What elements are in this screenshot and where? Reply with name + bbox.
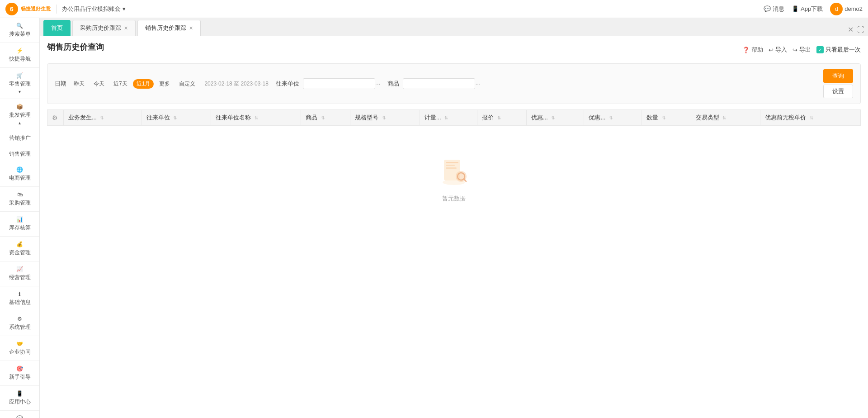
import-button[interactable]: ↩ 导入 — [769, 46, 787, 54]
only-last-checkbox-group[interactable]: ✓ 只看最后一次 — [816, 46, 861, 54]
date-chip-last1m[interactable]: 近1月 — [133, 79, 154, 89]
settings-gear-icon[interactable]: ⚙ — [52, 114, 58, 121]
tab-maximize-button[interactable]: ⛶ — [857, 26, 864, 34]
col-qty[interactable]: 数量 ⇅ — [642, 110, 691, 126]
search-menu-icon: 🔍 — [16, 23, 23, 29]
goods-input[interactable] — [403, 78, 475, 89]
col-spec-sort: ⇅ — [382, 115, 386, 120]
tab-sales-close[interactable]: ✕ — [189, 25, 193, 31]
sidebar-item-wechat[interactable]: 💬 企业微信 — [0, 411, 39, 418]
sidebar-item-purchase[interactable]: 🛍 采购管理 — [0, 187, 39, 212]
sidebar-item-inventory[interactable]: 📊 库存核算 — [0, 212, 39, 237]
sidebar-label-operations: 经营管理 — [9, 274, 31, 281]
app-selector[interactable]: 办公用品行业模拟账套 ▾ — [62, 5, 126, 13]
col-pre-tax-label: 优惠前无税单价 — [765, 114, 806, 121]
date-chip-custom[interactable]: 自定义 — [175, 79, 199, 89]
settings-button[interactable]: 设置 — [823, 85, 853, 98]
col-discount1-sort: ⇅ — [551, 115, 555, 120]
col-discount2[interactable]: 优惠... ⇅ — [584, 110, 642, 126]
goods-input-group: ··· — [403, 78, 481, 89]
col-pre-tax-sort: ⇅ — [810, 115, 813, 120]
col-quote[interactable]: 报价 ⇅ — [477, 110, 527, 126]
sidebar-item-sales-mgmt[interactable]: 销售管理 — [0, 146, 39, 162]
tab-sales-history[interactable]: 销售历史价跟踪 ✕ — [137, 20, 201, 36]
message-label: 消息 — [773, 5, 784, 13]
col-trade-type[interactable]: 交易类型 ⇅ — [691, 110, 760, 126]
app-download-button[interactable]: 📱 App下载 — [792, 5, 823, 13]
tab-purchase-close[interactable]: ✕ — [124, 25, 128, 31]
partner-input-group: ··· — [303, 78, 381, 89]
filter-actions: 查询 设置 — [823, 69, 853, 98]
date-range-display: 2023-02-18 至 2023-03-18 — [204, 80, 268, 88]
message-button[interactable]: 💬 消息 — [764, 5, 784, 13]
sidebar-item-search-menu[interactable]: 🔍 搜索菜单 — [0, 18, 39, 43]
query-button[interactable]: 查询 — [823, 69, 853, 83]
col-partner-code-sort: ⇅ — [173, 115, 177, 120]
col-discount1[interactable]: 优惠... ⇅ — [526, 110, 584, 126]
data-table: ⚙ 业务发生... ⇅ 往来单位 ⇅ 往来单位名称 — [47, 109, 861, 126]
tab-close-all-button[interactable]: ✕ — [848, 25, 854, 34]
col-biz-date[interactable]: 业务发生... ⇅ — [64, 110, 142, 126]
col-unit[interactable]: 计量... ⇅ — [420, 110, 477, 126]
col-partner-name-sort: ⇅ — [255, 115, 258, 120]
sidebar-item-system[interactable]: ⚙ 系统管理 — [0, 311, 39, 336]
sidebar-item-quick-nav[interactable]: ⚡ 快捷导航 — [0, 43, 39, 68]
sidebar-label-purchase: 采购管理 — [9, 199, 31, 207]
sidebar-item-marketing[interactable]: 营销推广 — [0, 130, 39, 146]
sidebar-item-basic-info[interactable]: ℹ 基础信息 — [0, 286, 39, 311]
date-chip-today[interactable]: 今天 — [90, 79, 108, 89]
col-partner-name[interactable]: 往来单位名称 ⇅ — [211, 110, 301, 126]
col-trade-type-sort: ⇅ — [722, 115, 726, 120]
goods-filter-group: 商品 ··· — [387, 78, 481, 89]
goods-dots-button[interactable]: ··· — [475, 80, 481, 87]
sidebar-item-app-center[interactable]: 📱 应用中心 — [0, 386, 39, 411]
logo-letter: 6 — [10, 5, 14, 13]
partner-input[interactable] — [303, 78, 375, 89]
sidebar-item-wholesale[interactable]: 📦 批发管理 ▴ — [0, 99, 39, 130]
help-button[interactable]: ❓ 帮助 — [742, 46, 763, 54]
user-avatar: d — [830, 3, 843, 15]
sidebar-item-ecommerce[interactable]: 🌐 电商管理 — [0, 162, 39, 187]
inventory-icon: 📊 — [16, 216, 23, 223]
table-header-row: ⚙ 业务发生... ⇅ 往来单位 ⇅ 往来单位名称 — [47, 110, 861, 126]
marketing-label: 营销推广 — [9, 134, 31, 142]
sidebar: 🔍 搜索菜单 ⚡ 快捷导航 🛒 零售管理 ▾ 📦 批发管理 ▴ 营销推广 销售管… — [0, 18, 40, 418]
col-pre-tax[interactable]: 优惠前无税单价 ⇅ — [760, 110, 861, 126]
table-header: ⚙ 业务发生... ⇅ 往来单位 ⇅ 往来单位名称 — [47, 110, 861, 126]
import-label: 导入 — [775, 46, 787, 54]
system-icon: ⚙ — [17, 316, 22, 322]
col-unit-label: 计量... — [425, 114, 441, 121]
col-spec[interactable]: 规格型号 ⇅ — [350, 110, 420, 126]
date-chip-yesterday[interactable]: 昨天 — [70, 79, 88, 89]
sidebar-item-retail[interactable]: 🛒 零售管理 ▾ — [0, 68, 39, 99]
sidebar-item-operations[interactable]: 📈 经营管理 — [0, 261, 39, 286]
top-bar-left: 6 畅捷通好生意 办公用品行业模拟账套 ▾ — [5, 3, 126, 15]
date-chip-more[interactable]: 更多 — [156, 79, 174, 89]
date-chip-last7[interactable]: 近7天 — [110, 79, 131, 89]
tab-home[interactable]: 首页 — [43, 20, 71, 36]
purchase-icon: 🛍 — [17, 191, 23, 198]
col-partner-name-label: 往来单位名称 — [216, 114, 251, 121]
tab-purchase-history[interactable]: 采购历史价跟踪 ✕ — [72, 20, 136, 36]
top-bar-right: 💬 消息 📱 App下载 d demo2 — [764, 3, 863, 15]
user-info[interactable]: d demo2 — [830, 3, 863, 15]
sidebar-item-cooperation[interactable]: 🤝 企业协同 — [0, 336, 39, 361]
sidebar-label-quick-nav: 快捷导航 — [9, 55, 31, 63]
sidebar-item-finance[interactable]: 💰 资金管理 — [0, 237, 39, 261]
wechat-icon: 💬 — [16, 415, 23, 418]
sidebar-item-guide[interactable]: 🎯 新手引导 — [0, 361, 39, 386]
help-label: 帮助 — [751, 46, 763, 54]
svg-rect-3 — [446, 165, 455, 166]
col-settings[interactable]: ⚙ — [47, 110, 64, 126]
empty-icon — [436, 153, 472, 189]
export-button[interactable]: ↪ 导出 — [793, 46, 811, 54]
table-container: ⚙ 业务发生... ⇅ 往来单位 ⇅ 往来单位名称 — [47, 109, 861, 230]
logo-area[interactable]: 6 畅捷通好生意 — [5, 3, 51, 15]
tab-sales-label: 销售历史价跟踪 — [145, 24, 186, 32]
wholesale-icon: 📦 — [16, 104, 23, 110]
col-qty-sort: ⇅ — [662, 115, 665, 120]
divider — [56, 5, 57, 14]
col-goods[interactable]: 商品 ⇅ — [301, 110, 350, 126]
partner-dots-button[interactable]: ··· — [375, 80, 381, 87]
col-partner-code[interactable]: 往来单位 ⇅ — [142, 110, 211, 126]
